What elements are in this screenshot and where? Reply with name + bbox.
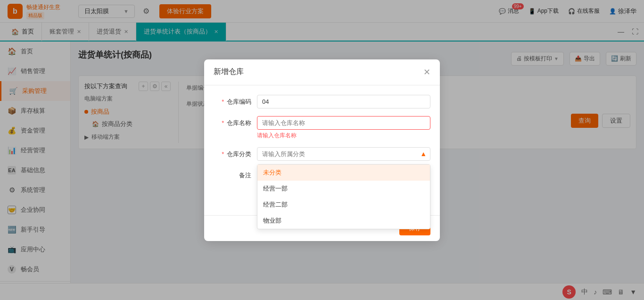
name-form-row: * 仓库名称 请输入仓库名称 [214,116,430,140]
modal-title: 新增仓库 [214,67,244,77]
modal-header: 新增仓库 ✕ [204,59,440,85]
dropdown-item-property[interactable]: 物业部 [257,213,430,229]
dropdown-item-dept1[interactable]: 经营一部 [257,181,430,197]
dropdown-item-dept2[interactable]: 经营二部 [257,197,430,213]
code-input[interactable] [257,95,430,108]
code-label: * 仓库编码 [214,95,251,106]
category-dropdown-list: 未分类 经营一部 经营二部 物业部 [257,164,430,229]
new-warehouse-modal: 新增仓库 ✕ * 仓库编码 * 仓库名称 [204,59,440,241]
code-form-row: * 仓库编码 [214,95,430,108]
category-control: ▲ 未分类 经营一部 经营二部 物业部 [257,147,430,161]
code-control [257,95,430,108]
modal-close-button[interactable]: ✕ [423,67,430,77]
category-dropdown-arrow-icon[interactable]: ▲ [420,150,427,158]
remark-label: 备注 [214,168,251,180]
category-label: * 仓库分类 [214,147,251,158]
name-label: * 仓库名称 [214,116,251,127]
name-control: 请输入仓库名称 [257,116,430,140]
dropdown-item-unclassified[interactable]: 未分类 [257,165,430,181]
category-form-row: * 仓库分类 ▲ 未分类 经营一部 经营二部 物业部 [214,147,430,161]
modal-overlay: 新增仓库 ✕ * 仓库编码 * 仓库名称 [0,0,644,300]
category-input[interactable] [257,147,430,161]
name-input[interactable] [257,116,430,130]
modal-body: * 仓库编码 * 仓库名称 请输入仓库名称 [204,85,440,215]
name-error-msg: 请输入仓库名称 [257,132,430,140]
